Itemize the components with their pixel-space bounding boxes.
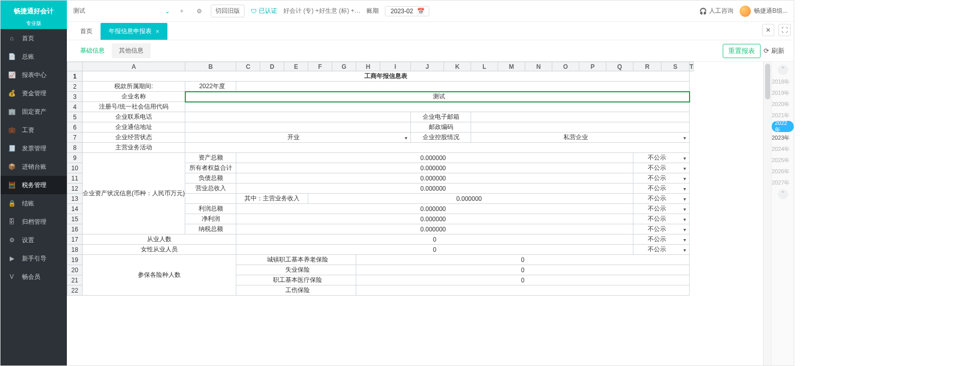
refresh-button[interactable]: ⟳ 刷新: [761, 44, 788, 58]
row-header[interactable]: 11: [67, 173, 83, 184]
year-option[interactable]: 2024年: [772, 143, 794, 154]
close-all-button[interactable]: ✕: [762, 24, 774, 36]
email-input[interactable]: [471, 112, 690, 122]
phone-input[interactable]: [185, 112, 411, 122]
period-selector[interactable]: 2023-02 📅: [385, 6, 429, 16]
year-down-button[interactable]: ˅: [778, 189, 788, 199]
col-header[interactable]: G: [332, 62, 356, 71]
sidebar-item-close[interactable]: 🔒结账: [1, 194, 67, 213]
disclosure-select[interactable]: 不公示: [633, 194, 690, 204]
sidebar-item-salary[interactable]: 💼工资: [1, 121, 67, 139]
year-option[interactable]: 2027年: [772, 177, 794, 188]
metric-value[interactable]: 0.000000: [236, 173, 633, 184]
col-header[interactable]: K: [444, 62, 471, 71]
col-header[interactable]: A: [83, 62, 185, 71]
row-header[interactable]: 10: [67, 163, 83, 173]
zip-label[interactable]: 邮政编码: [411, 122, 471, 133]
year-option[interactable]: 2025年: [772, 154, 794, 166]
row-header[interactable]: 16: [67, 224, 83, 234]
reg-no-input[interactable]: [185, 102, 690, 112]
business-label[interactable]: 主营业务活动: [83, 143, 185, 153]
metric-label[interactable]: 纳税总额: [185, 224, 236, 234]
close-icon[interactable]: ×: [156, 28, 159, 35]
address-label[interactable]: 企业通信地址: [83, 122, 185, 133]
row-header[interactable]: 5: [67, 112, 83, 122]
disclosure-select[interactable]: 不公示: [633, 224, 690, 234]
row-header[interactable]: 4: [67, 102, 83, 112]
insurance-value[interactable]: [356, 285, 690, 296]
company-name-input[interactable]: 测试: [185, 92, 690, 102]
metric-value[interactable]: 0.000000: [236, 224, 633, 234]
sidebar-item-report[interactable]: 📈报表中心: [1, 66, 67, 84]
user-menu[interactable]: 畅捷通B组...: [740, 6, 788, 17]
metric-label[interactable]: 营业总收入: [185, 184, 236, 194]
metric-label[interactable]: 净利润: [185, 214, 236, 224]
col-header[interactable]: C: [236, 62, 260, 71]
metric-value[interactable]: 0.000000: [236, 184, 633, 194]
insurance-value[interactable]: 0: [356, 275, 690, 285]
row-header[interactable]: 19: [67, 255, 83, 265]
sidebar-item-home[interactable]: ⌂首页: [1, 29, 67, 47]
col-header[interactable]: I: [380, 62, 411, 71]
vertical-scrollbar[interactable]: [763, 62, 771, 365]
support-link[interactable]: 🎧 人工咨询: [699, 7, 733, 15]
row-header[interactable]: 8: [67, 143, 83, 153]
sidebar-item-archive[interactable]: 🗄归档管理: [1, 213, 67, 231]
sidebar-item-setting[interactable]: ⚙设置: [1, 231, 67, 249]
year-option[interactable]: 2019年: [772, 87, 794, 98]
disclosure-select[interactable]: 不公示: [633, 153, 690, 163]
tab-home[interactable]: 首页: [72, 23, 101, 40]
subtab-basic[interactable]: 基础信息: [73, 43, 112, 58]
insurance-value[interactable]: 0: [356, 265, 690, 275]
insurance-label[interactable]: 城镇职工基本养老保险: [236, 255, 356, 265]
row-header[interactable]: 21: [67, 275, 83, 285]
col-header[interactable]: B: [185, 62, 236, 71]
row-header[interactable]: 18: [67, 245, 83, 255]
sidebar-item-guide[interactable]: ▶新手引导: [1, 249, 67, 268]
col-header[interactable]: Q: [606, 62, 633, 71]
row-header[interactable]: 9: [67, 153, 83, 163]
subtab-other[interactable]: 其他信息: [112, 43, 151, 58]
metric-value[interactable]: 0.000000: [236, 153, 633, 163]
sidebar-item-tax[interactable]: 🧮税务管理: [1, 176, 67, 194]
year-option[interactable]: 2018年: [772, 76, 794, 87]
disclosure-select[interactable]: 不公示: [633, 214, 690, 224]
female-label[interactable]: 女性从业人员: [83, 245, 236, 255]
sidebar-item-invoice[interactable]: 🧾发票管理: [1, 139, 67, 158]
col-header[interactable]: D: [260, 62, 284, 71]
col-header[interactable]: L: [471, 62, 498, 71]
col-header[interactable]: [67, 62, 83, 71]
row-header[interactable]: 15: [67, 214, 83, 224]
female-value[interactable]: 0: [236, 245, 633, 255]
business-input[interactable]: [185, 143, 690, 153]
address-input[interactable]: [185, 122, 411, 133]
tab-annual-report[interactable]: 年报信息申报表 ×: [101, 23, 167, 40]
email-label[interactable]: 企业电子邮箱: [411, 112, 471, 122]
metric-label[interactable]: 所有者权益合计: [185, 163, 236, 173]
col-header[interactable]: R: [633, 62, 662, 71]
employees-value[interactable]: 0: [236, 234, 633, 245]
fullscreen-button[interactable]: ⛶: [778, 24, 791, 36]
sidebar-item-fund[interactable]: 💰资金管理: [1, 84, 67, 102]
sidebar-item-fa[interactable]: 🏢固定资产: [1, 102, 67, 121]
metric-value[interactable]: 0.000000: [308, 194, 633, 204]
holding-select[interactable]: 私营企业: [471, 133, 690, 143]
sidebar-item-stock[interactable]: 📦进销台账: [1, 158, 67, 176]
year-option[interactable]: 2026年: [772, 166, 794, 177]
metric-label[interactable]: 资产总额: [185, 153, 236, 163]
insurance-label[interactable]: 工伤保险: [236, 285, 356, 296]
insurance-label[interactable]: 失业保险: [236, 265, 356, 275]
row-header[interactable]: 17: [67, 234, 83, 245]
col-header[interactable]: P: [579, 62, 606, 71]
employees-label[interactable]: 从业人数: [83, 234, 236, 245]
sidebar-item-vip[interactable]: V畅会员: [1, 268, 67, 286]
col-header[interactable]: J: [411, 62, 444, 71]
disclosure-select[interactable]: 不公示: [633, 234, 690, 245]
metric-label[interactable]: [185, 194, 236, 204]
period-value[interactable]: 2022年度: [185, 82, 236, 92]
metric-value[interactable]: 0.000000: [236, 204, 633, 214]
gear-icon[interactable]: ⚙: [193, 6, 205, 17]
disclosure-select[interactable]: 不公示: [633, 163, 690, 173]
col-header[interactable]: O: [552, 62, 579, 71]
metric-value[interactable]: 0.000000: [236, 214, 633, 224]
